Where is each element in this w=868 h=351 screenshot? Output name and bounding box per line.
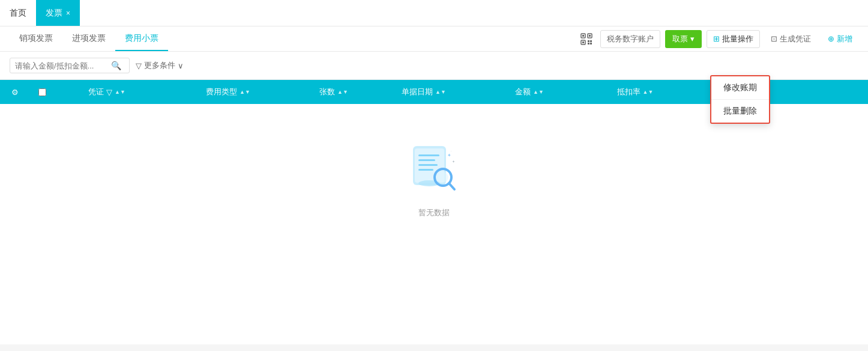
svg-rect-13 <box>418 159 435 161</box>
generate-voucher-button[interactable]: ⊡ 生成凭证 <box>765 31 817 47</box>
th-expense-type-label: 费用类型 <box>206 87 237 97</box>
th-expense-type-sort: ▲▼ <box>240 90 250 95</box>
empty-text: 暂无数据 <box>418 207 450 218</box>
more-conditions-button[interactable]: ▽ 更多条件 ∨ <box>136 60 184 71</box>
svg-line-19 <box>449 183 454 189</box>
batch-dropdown-menu: 修改账期 批量删除 <box>710 75 770 124</box>
take-invoice-button[interactable]: 取票 ▾ <box>665 30 702 48</box>
search-button[interactable]: 🔍 <box>111 61 121 70</box>
th-date-sort: ▲▼ <box>435 90 446 95</box>
toolbar: 税务数字账户 取票 ▾ ⊞ 批量操作 ⊡ 生成凭证 ⊕ 新增 <box>568 26 868 51</box>
add-button[interactable]: ⊕ 新增 <box>822 31 858 47</box>
svg-text:✦: ✦ <box>452 160 455 163</box>
th-amount[interactable]: 金额 ▲▼ <box>477 80 582 104</box>
gear-icon: ⚙ <box>11 88 19 97</box>
select-all-checkbox[interactable] <box>38 88 46 96</box>
qr-icon <box>580 32 593 46</box>
search-input[interactable] <box>15 61 111 70</box>
batch-icon: ⊞ <box>713 34 720 43</box>
qr-code-button[interactable] <box>577 30 595 48</box>
th-date-label: 单据日期 <box>402 87 433 97</box>
th-voucher-sort: ▲▼ <box>115 90 125 95</box>
take-chevron-icon: ▾ <box>690 34 695 43</box>
th-gear[interactable]: ⚙ <box>0 80 30 104</box>
svg-rect-12 <box>418 154 439 156</box>
svg-rect-7 <box>590 40 592 42</box>
svg-text:✦: ✦ <box>447 153 451 158</box>
svg-point-18 <box>438 172 448 183</box>
generate-voucher-label: 生成凭证 <box>780 34 811 44</box>
search-input-wrap: 🔍 <box>10 58 130 73</box>
th-rate-sort: ▲▼ <box>643 90 654 95</box>
th-voucher-label: 凭证 <box>88 87 104 97</box>
batch-operation-button[interactable]: ⊞ 批量操作 <box>707 30 760 48</box>
filter-icon: ▽ <box>136 61 142 70</box>
voucher-icon: ⊡ <box>771 34 777 43</box>
th-count[interactable]: 张数 ▲▼ <box>297 80 371 104</box>
th-extra <box>794 80 868 104</box>
th-amount-sort: ▲▼ <box>533 90 544 95</box>
empty-state-icon: ✦ ✦ · <box>404 140 464 200</box>
tab-sales-invoice[interactable]: 销项发票 <box>10 26 62 51</box>
th-date[interactable]: 单据日期 ▲▼ <box>371 80 477 104</box>
tax-digital-account-button[interactable]: 税务数字账户 <box>600 30 660 48</box>
th-count-label: 张数 <box>319 87 335 97</box>
svg-rect-5 <box>582 41 584 43</box>
invoice-tab-label: 发票 <box>46 8 62 19</box>
svg-rect-3 <box>589 35 591 37</box>
modify-period-item[interactable]: 修改账期 <box>711 76 769 99</box>
th-voucher-filter-icon: ▽ <box>106 88 112 97</box>
th-checkbox[interactable] <box>30 80 54 104</box>
svg-rect-15 <box>418 169 433 171</box>
top-nav: 首页 发票 × <box>0 0 868 26</box>
more-conditions-chevron: ∨ <box>178 61 184 70</box>
th-rate-label: 抵扣率 <box>617 87 640 97</box>
sub-tabs-bar: 销项发票 进项发票 费用小票 税务数字账户 取票 ▾ ⊞ <box>0 26 868 52</box>
svg-rect-8 <box>588 43 589 44</box>
batch-delete-item[interactable]: 批量删除 <box>711 100 769 123</box>
invoice-tab[interactable]: 发票 × <box>36 0 80 26</box>
tab-expense-receipt[interactable]: 费用小票 <box>115 26 168 51</box>
svg-rect-9 <box>590 43 592 44</box>
th-rate[interactable]: 抵扣率 ▲▼ <box>582 80 688 104</box>
th-voucher[interactable]: 凭证 ▽ ▲▼ <box>54 80 160 104</box>
invoice-tab-close[interactable]: × <box>66 9 70 17</box>
tab-input-invoice[interactable]: 进项发票 <box>62 26 115 51</box>
home-tab[interactable]: 首页 <box>0 0 36 26</box>
add-label: 新增 <box>837 34 852 44</box>
svg-text:·: · <box>451 149 451 153</box>
th-amount-label: 金额 <box>515 87 531 97</box>
th-count-sort: ▲▼ <box>337 90 348 95</box>
batch-operation-label: 批量操作 <box>722 34 753 44</box>
svg-rect-14 <box>418 164 438 166</box>
more-conditions-label: 更多条件 <box>144 60 175 71</box>
main-content: ✦ ✦ · 暂无数据 <box>0 104 868 344</box>
th-expense-type[interactable]: 费用类型 ▲▼ <box>160 80 297 104</box>
add-icon: ⊕ <box>828 34 834 43</box>
empty-state: ✦ ✦ · 暂无数据 <box>0 104 868 254</box>
take-invoice-label: 取票 <box>672 34 688 44</box>
svg-rect-1 <box>582 35 584 37</box>
svg-rect-6 <box>588 40 589 42</box>
